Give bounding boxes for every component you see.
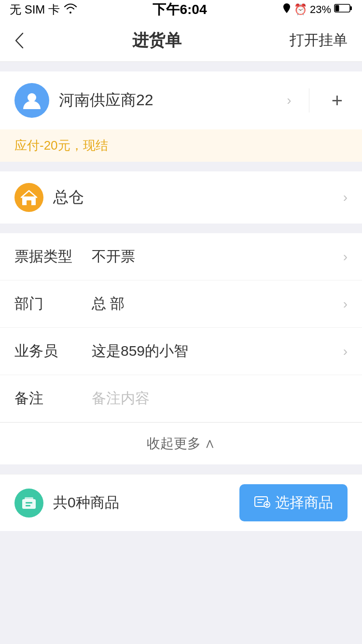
status-right: ⏰ 23% [282, 3, 352, 16]
svg-rect-2 [335, 5, 339, 12]
back-button[interactable] [14, 32, 24, 49]
supplier-avatar [14, 83, 49, 118]
supplier-section: 河南供应商22 › + 应付-20元，现结 [0, 71, 362, 162]
svg-rect-9 [26, 505, 30, 506]
invoice-type-row[interactable]: 票据类型 不开票 › [0, 233, 362, 280]
svg-rect-6 [22, 499, 36, 509]
warehouse-chevron-icon: › [343, 190, 348, 205]
gap-1 [0, 62, 362, 71]
svg-rect-8 [26, 502, 32, 504]
warehouse-icon [14, 183, 43, 212]
salesman-value: 这是859的小智 [82, 341, 343, 361]
department-chevron-icon: › [343, 296, 348, 312]
notice-bar: 应付-20元，现结 [0, 129, 362, 162]
supplier-row[interactable]: 河南供应商22 › + [0, 71, 362, 129]
salesman-row[interactable]: 业务员 这是859的小智 › [0, 328, 362, 375]
page-title: 进货单 [132, 29, 181, 52]
gap-2 [0, 162, 362, 171]
salesman-label: 业务员 [14, 341, 82, 361]
department-row[interactable]: 部门 总 部 › [0, 280, 362, 328]
gap-3 [0, 224, 362, 233]
remark-label: 备注 [14, 389, 82, 408]
invoice-type-chevron-icon: › [343, 249, 348, 265]
status-time: 下午6:04 [153, 0, 207, 19]
salesman-chevron-icon: › [343, 344, 348, 359]
product-count: 共0种商品 [53, 493, 119, 513]
product-icon [14, 489, 43, 518]
svg-rect-1 [350, 6, 352, 10]
remark-row[interactable]: 备注 备注内容 [0, 375, 362, 422]
collapse-row[interactable]: 收起更多 ∧ [0, 422, 362, 464]
status-left: 无 SIM 卡 [10, 2, 77, 17]
remark-input[interactable]: 备注内容 [82, 389, 348, 408]
select-product-icon [254, 494, 270, 512]
department-value: 总 部 [82, 294, 343, 314]
content-area: 河南供应商22 › + 应付-20元，现结 总仓 › 票据类型 [0, 62, 362, 531]
battery-text: 23% [310, 3, 331, 16]
supplier-chevron-icon: › [287, 93, 291, 108]
invoice-type-value: 不开票 [82, 247, 343, 266]
supplier-name: 河南供应商22 [59, 90, 277, 111]
invoice-type-label: 票据类型 [14, 247, 82, 266]
warehouse-section: 总仓 › [0, 171, 362, 224]
alarm-icon: ⏰ [294, 3, 307, 16]
warehouse-row[interactable]: 总仓 › [0, 171, 362, 224]
svg-rect-7 [25, 497, 33, 500]
nav-bar: 进货单 打开挂单 [0, 19, 362, 62]
status-bar: 无 SIM 卡 下午6:04 ⏰ 23% [0, 0, 362, 19]
svg-point-3 [28, 93, 36, 102]
supplier-divider [309, 88, 309, 112]
product-info: 共0种商品 [14, 489, 119, 518]
open-pending-button[interactable]: 打开挂单 [290, 30, 348, 50]
select-product-button[interactable]: 选择商品 [239, 484, 348, 521]
wifi-icon [64, 3, 77, 16]
bottom-bar: 共0种商品 选择商品 [0, 474, 362, 531]
gap-4 [0, 464, 362, 474]
warehouse-name: 总仓 [53, 187, 334, 208]
location-icon [282, 3, 291, 16]
add-supplier-button[interactable]: + [327, 90, 348, 112]
form-section: 票据类型 不开票 › 部门 总 部 › 业务员 这是859的小智 › 备注 备注… [0, 233, 362, 464]
select-product-label: 选择商品 [275, 493, 333, 513]
svg-rect-5 [27, 200, 31, 205]
department-label: 部门 [14, 294, 82, 314]
battery-icon [334, 3, 352, 16]
collapse-text: 收起更多 ∧ [147, 434, 216, 453]
sim-text: 无 SIM 卡 [10, 2, 60, 17]
